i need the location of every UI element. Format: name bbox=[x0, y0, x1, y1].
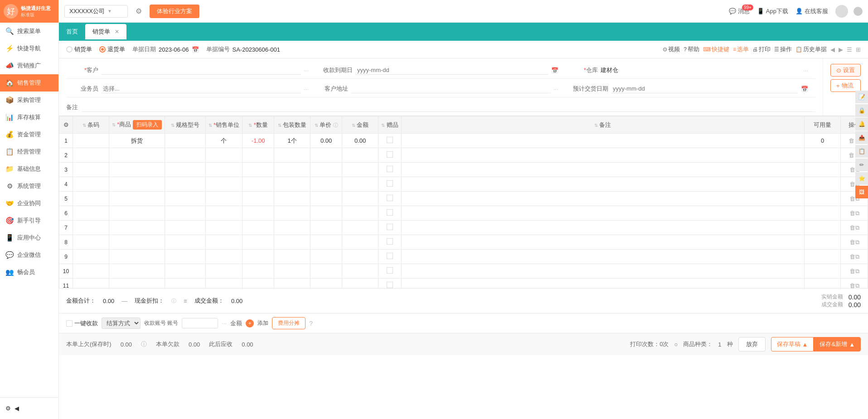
float-btn-6[interactable]: ✏ bbox=[855, 159, 868, 171]
action-operate[interactable]: ☰ 操作 bbox=[774, 45, 792, 53]
sidebar-item-search[interactable]: 🔍 搜索菜单 bbox=[0, 23, 58, 40]
view-grid-icon[interactable]: ⊞ bbox=[856, 46, 861, 53]
expense-split-button[interactable]: 费用分摊 bbox=[272, 317, 305, 329]
help-icon[interactable]: ? bbox=[309, 320, 313, 327]
row1-amount[interactable]: 0.00 bbox=[342, 134, 378, 148]
trial-button[interactable]: 体验行业方案 bbox=[150, 5, 199, 18]
checkbox11[interactable] bbox=[387, 282, 393, 288]
payment-due-calendar-icon[interactable]: 📅 bbox=[551, 67, 558, 74]
action-print[interactable]: 🖨 打印 bbox=[752, 45, 771, 53]
th-qty[interactable]: ⇅ *数量 bbox=[242, 116, 274, 134]
float-btn-3[interactable]: 🔔 bbox=[855, 118, 868, 130]
account-dots[interactable]: ··· bbox=[222, 320, 227, 327]
radio-return[interactable]: 退货单 bbox=[99, 45, 125, 53]
checkbox5[interactable] bbox=[387, 195, 393, 201]
warehouse-dots[interactable]: ··· bbox=[803, 67, 808, 74]
row1-qty[interactable]: -1.00 bbox=[242, 134, 274, 148]
notes-input[interactable] bbox=[82, 103, 815, 112]
customer-input[interactable] bbox=[101, 66, 301, 75]
th-price[interactable]: ⇅ 单价 ⓘ bbox=[310, 116, 342, 134]
settings-button[interactable]: ⊙ 设置 bbox=[830, 64, 861, 77]
row2-gift[interactable] bbox=[378, 148, 401, 163]
float-btn-7[interactable]: ⭐ bbox=[855, 172, 868, 185]
sidebar-item-sales[interactable]: 🏠 销售管理 bbox=[0, 74, 58, 92]
checkbox4[interactable] bbox=[387, 180, 393, 187]
customer-dots[interactable]: ··· bbox=[304, 67, 309, 74]
row1-price[interactable]: 0.00 bbox=[310, 134, 342, 148]
row2-unit[interactable] bbox=[205, 148, 242, 163]
sidebar-item-inventory[interactable]: 📊 库存核算 bbox=[0, 109, 58, 126]
table-container[interactable]: ⚙ ⇅ 条码 ⇅ *商品 扫码录入 bbox=[59, 116, 868, 288]
checkbox6[interactable] bbox=[387, 209, 393, 216]
delete-icon3[interactable]: 🗑 bbox=[849, 166, 855, 173]
save-new-button[interactable]: 保存&新增 ▲ bbox=[814, 337, 861, 352]
nav-prev-icon[interactable]: ◀ bbox=[830, 46, 835, 53]
one-click-pay-checkbox[interactable]: 一键收款 bbox=[66, 319, 98, 327]
tab-close-icon[interactable]: ✕ bbox=[115, 29, 119, 35]
checkbox[interactable] bbox=[387, 166, 393, 172]
row2-product[interactable] bbox=[109, 148, 165, 163]
row2-price[interactable] bbox=[310, 148, 342, 163]
th-gift[interactable]: ⇅ 赠品 bbox=[378, 116, 401, 134]
th-amount[interactable]: ⇅ 金额 bbox=[342, 116, 378, 134]
nav-next-icon[interactable]: ▶ bbox=[839, 46, 843, 53]
th-product[interactable]: ⇅ *商品 扫码录入 bbox=[109, 116, 165, 134]
customer-address-input[interactable] bbox=[351, 84, 551, 93]
sidebar-item-members[interactable]: 👥 畅会员 bbox=[0, 264, 58, 281]
th-pack[interactable]: ⇅ 包装数量 bbox=[274, 116, 310, 134]
sidebar-item-marketing[interactable]: 📣 营销推广 bbox=[0, 57, 58, 74]
action-help[interactable]: ? 帮助 bbox=[684, 45, 699, 53]
message-action[interactable]: 💬 消息 99+ bbox=[729, 7, 750, 15]
th-settings[interactable]: ⚙ bbox=[59, 116, 73, 134]
pay-checkbox-icon[interactable] bbox=[66, 320, 73, 327]
float-btn-5[interactable]: 📋 bbox=[855, 145, 868, 158]
calendar-icon[interactable]: 📅 bbox=[192, 46, 199, 53]
row1-pack[interactable]: 1个 bbox=[274, 134, 310, 148]
row2-barcode[interactable] bbox=[73, 148, 109, 163]
float-btn-4[interactable]: 📤 bbox=[855, 131, 868, 144]
user-avatar[interactable] bbox=[835, 5, 848, 18]
account-input[interactable] bbox=[182, 318, 218, 328]
sidebar-item-wechat[interactable]: 💬 企业微信 bbox=[0, 246, 58, 264]
header-settings-icon[interactable]: ⚙ bbox=[132, 5, 145, 18]
th-remark[interactable]: ⇅ 备注 bbox=[401, 116, 805, 134]
th-spec[interactable]: ⇅ 规格型号 bbox=[165, 116, 205, 134]
float-btn-2[interactable]: 🔒 bbox=[855, 104, 868, 117]
checkbox8[interactable] bbox=[387, 238, 393, 245]
row1-unit[interactable]: 个 bbox=[205, 134, 242, 148]
checkbox7[interactable] bbox=[387, 224, 393, 230]
checkbox10[interactable] bbox=[387, 267, 393, 274]
sidebar-settings[interactable]: ⚙ ◀ bbox=[0, 401, 58, 415]
online-service-action[interactable]: 👤 在线客服 bbox=[795, 7, 828, 15]
th-barcode[interactable]: ⇅ 条码 bbox=[73, 116, 109, 134]
delete-icon2[interactable]: 🗑 bbox=[849, 152, 854, 159]
tab-sales-order[interactable]: 销货单 ✕ bbox=[85, 24, 126, 39]
checkbox9[interactable] bbox=[387, 253, 393, 259]
row1-product[interactable]: 拆货 bbox=[109, 134, 165, 148]
salesperson-input[interactable] bbox=[101, 84, 301, 93]
th-unit[interactable]: ⇅ *销售单位 bbox=[205, 116, 242, 134]
radio-sales[interactable]: 销货单 bbox=[66, 45, 92, 53]
action-video[interactable]: ⊙ 视频 bbox=[663, 45, 680, 53]
view-list-icon[interactable]: ☰ bbox=[847, 46, 852, 53]
user-avatar2[interactable] bbox=[853, 7, 863, 16]
sidebar-item-finance[interactable]: 💰 资金管理 bbox=[0, 126, 58, 143]
delivery-calendar-icon[interactable]: 📅 bbox=[801, 86, 808, 92]
company-selector[interactable]: XXXXXX公司 ▼ bbox=[64, 5, 128, 18]
action-history[interactable]: 📋 历史单据 bbox=[795, 45, 827, 53]
settle-method-select[interactable]: 结算方式 bbox=[102, 318, 141, 329]
abandon-button[interactable]: 放弃 bbox=[738, 337, 766, 352]
row2-remark[interactable] bbox=[401, 148, 805, 163]
sidebar-item-enterprise[interactable]: 🤝 企业协同 bbox=[0, 195, 58, 212]
address-dots[interactable]: ··· bbox=[553, 86, 558, 92]
float-btn-1[interactable]: 📝 bbox=[855, 91, 868, 103]
logistics-button[interactable]: + 物流 bbox=[830, 79, 861, 92]
salesperson-dots[interactable]: ··· bbox=[304, 86, 309, 92]
row2-spec[interactable] bbox=[165, 148, 205, 163]
action-select[interactable]: ≡ 选单 bbox=[733, 45, 749, 53]
sidebar-item-purchase[interactable]: 📦 采购管理 bbox=[0, 92, 58, 109]
app-download-action[interactable]: 📱 App下载 bbox=[757, 7, 788, 15]
tab-home[interactable]: 首页 bbox=[59, 24, 85, 39]
row2-gift-checkbox[interactable] bbox=[387, 151, 393, 158]
action-shortcut[interactable]: ⌨ 快捷键 bbox=[703, 45, 729, 53]
